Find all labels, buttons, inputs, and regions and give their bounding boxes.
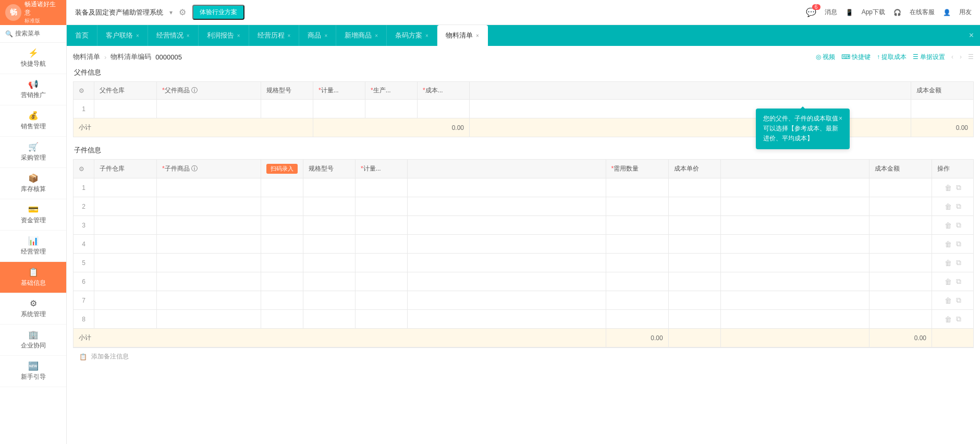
child-row-qty-1[interactable]: [606, 178, 668, 197]
sidebar-item-finance[interactable]: 💳 资金管理: [0, 199, 66, 231]
sidebar-item-quick-nav[interactable]: ⚡ 快捷导航: [0, 43, 66, 74]
experience-button[interactable]: 体验行业方案: [192, 5, 244, 20]
shortcut-action[interactable]: ⌨ 快捷键: [841, 53, 871, 62]
copy-row-icon-5[interactable]: ⧉: [956, 258, 961, 267]
copy-row-icon-2[interactable]: ⧉: [956, 202, 961, 211]
delete-row-icon-4[interactable]: 🗑: [945, 240, 952, 248]
video-action[interactable]: ◎ 视频: [816, 53, 835, 62]
child-row-spec-4[interactable]: [303, 235, 356, 254]
tab-goods[interactable]: 商品 ×: [299, 25, 336, 46]
user-name[interactable]: 用友: [959, 8, 972, 17]
sidebar-item-sales[interactable]: 💰 销售管理: [0, 105, 66, 137]
tab-home[interactable]: 首页: [67, 25, 97, 46]
close-all-tabs-icon[interactable]: ×: [963, 31, 980, 40]
copy-row-icon-8[interactable]: ⧉: [956, 315, 961, 323]
copy-row-icon-7[interactable]: ⧉: [956, 296, 961, 305]
system-dropdown-icon[interactable]: ▾: [169, 9, 173, 16]
child-row-spec-5[interactable]: [303, 254, 356, 272]
child-row-unit-2[interactable]: [356, 197, 408, 216]
copy-row-icon-6[interactable]: ⧉: [956, 277, 961, 286]
child-row-product-2[interactable]: [157, 197, 261, 216]
child-row-product-4[interactable]: [157, 235, 261, 254]
message-button[interactable]: 💬 6: [806, 7, 816, 17]
tab-bom[interactable]: 物料清单 ×: [437, 25, 488, 46]
child-row-product-3[interactable]: [157, 216, 261, 235]
child-row-price-2[interactable]: [668, 197, 720, 216]
child-row-spec-8[interactable]: [303, 310, 356, 329]
child-row-qty-3[interactable]: [606, 216, 668, 235]
tab-operations[interactable]: 经营情况 ×: [148, 25, 199, 46]
delete-row-icon-2[interactable]: 🗑: [945, 202, 952, 211]
copy-row-icon-3[interactable]: ⧉: [956, 221, 961, 230]
child-row-product-8[interactable]: [157, 310, 261, 329]
online-service-label[interactable]: 在线客服: [910, 8, 935, 17]
child-row-unit-5[interactable]: [356, 254, 408, 272]
child-row-warehouse-5[interactable]: [94, 254, 157, 272]
child-row-qty-5[interactable]: [606, 254, 668, 272]
parent-row-spec-1[interactable]: [261, 100, 313, 118]
child-gear-icon[interactable]: ⚙: [79, 165, 84, 173]
copy-row-icon-1[interactable]: ⧉: [956, 183, 961, 192]
tab-barcode[interactable]: 条码方案 ×: [387, 25, 437, 46]
child-row-price-7[interactable]: [668, 291, 720, 310]
delete-row-icon-7[interactable]: 🗑: [945, 296, 952, 305]
delete-row-icon-6[interactable]: 🗑: [945, 278, 952, 286]
child-row-warehouse-6[interactable]: [94, 272, 157, 291]
sidebar-item-system[interactable]: ⚙ 系统管理: [0, 293, 66, 325]
delete-row-icon-5[interactable]: 🗑: [945, 259, 952, 267]
child-row-spec-6[interactable]: [303, 272, 356, 291]
doc-settings-action[interactable]: ☰ 单据设置: [913, 53, 945, 62]
child-row-product-5[interactable]: [157, 254, 261, 272]
copy-row-icon-4[interactable]: ⧉: [956, 239, 961, 248]
child-row-warehouse-7[interactable]: [94, 291, 157, 310]
child-row-price-4[interactable]: [668, 235, 720, 254]
sidebar-item-guide[interactable]: 🆕 新手引导: [0, 356, 66, 387]
tab-barcode-close[interactable]: ×: [425, 33, 428, 39]
child-row-spec-1[interactable]: [303, 178, 356, 197]
child-row-price-3[interactable]: [668, 216, 720, 235]
sidebar-item-operations[interactable]: 📊 经营管理: [0, 231, 66, 262]
tab-goods-close[interactable]: ×: [324, 33, 327, 39]
parent-row-product-1[interactable]: [157, 100, 261, 118]
parent-row-warehouse-1[interactable]: [94, 100, 157, 118]
tab-customers-close[interactable]: ×: [136, 33, 139, 39]
child-row-unit-8[interactable]: [356, 310, 408, 329]
child-row-warehouse-3[interactable]: [94, 216, 157, 235]
delete-row-icon-1[interactable]: 🗑: [945, 184, 952, 192]
settings-gear-icon[interactable]: ⚙: [179, 7, 186, 17]
delete-row-icon-8[interactable]: 🗑: [945, 315, 952, 323]
tab-profit-close[interactable]: ×: [237, 33, 240, 39]
search-menu-item[interactable]: 🔍 搜索菜单: [0, 25, 66, 43]
tab-new-goods[interactable]: 新增商品 ×: [336, 25, 387, 46]
breadcrumb-nav-next[interactable]: ›: [960, 53, 962, 61]
parent-row-produce-1[interactable]: [365, 100, 418, 118]
delete-row-icon-3[interactable]: 🗑: [945, 221, 952, 230]
tab-profit[interactable]: 利润报告 ×: [199, 25, 249, 46]
child-row-warehouse-2[interactable]: [94, 197, 157, 216]
sidebar-item-inventory[interactable]: 📦 库存核算: [0, 168, 66, 199]
child-row-price-8[interactable]: [668, 310, 720, 329]
parent-row-cost-1[interactable]: [418, 100, 470, 118]
child-row-spec-7[interactable]: [303, 291, 356, 310]
child-row-qty-7[interactable]: [606, 291, 668, 310]
sidebar-item-marketing[interactable]: 📢 营销推广: [0, 74, 66, 105]
child-row-unit-6[interactable]: [356, 272, 408, 291]
tab-history-close[interactable]: ×: [288, 33, 291, 39]
tab-bom-close[interactable]: ×: [476, 33, 479, 39]
extract-cost-action[interactable]: ↑ 提取成本: [877, 53, 906, 62]
note-label[interactable]: 添加备注信息: [91, 352, 129, 361]
app-download-label[interactable]: App下载: [862, 8, 885, 17]
child-row-spec-2[interactable]: [303, 197, 356, 216]
child-row-qty-6[interactable]: [606, 272, 668, 291]
tab-customers[interactable]: 客户联络 ×: [97, 25, 148, 46]
breadcrumb-nav-prev[interactable]: ‹: [951, 53, 953, 61]
scan-input-button[interactable]: 扫码录入: [266, 164, 298, 174]
child-row-unit-4[interactable]: [356, 235, 408, 254]
parent-gear-icon[interactable]: ⚙: [79, 87, 84, 94]
child-row-unit-7[interactable]: [356, 291, 408, 310]
tab-history[interactable]: 经营历程 ×: [249, 25, 300, 46]
sidebar-item-enterprise[interactable]: 🏢 企业协同: [0, 325, 66, 356]
sidebar-item-basic[interactable]: 📋 基础信息: [0, 262, 66, 293]
child-row-qty-8[interactable]: [606, 310, 668, 329]
child-row-warehouse-8[interactable]: [94, 310, 157, 329]
